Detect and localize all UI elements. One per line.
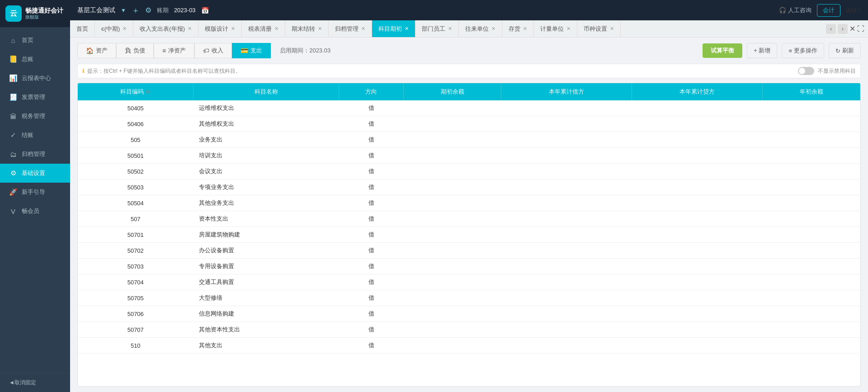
dropdown-arrow-icon[interactable]: ▼ [121, 7, 126, 14]
tab-income[interactable]: 收入支出表(年报) ✕ [133, 20, 198, 38]
sidebar-item-label: 归档管理 [22, 150, 45, 158]
cell-name: 其他维权支出 [193, 116, 339, 132]
toggle-knob [799, 68, 805, 74]
sidebar-item-guide[interactable]: 🚀 新手引导 [0, 183, 70, 202]
table-row[interactable]: 50701 房屋建筑物购建 借 [78, 227, 860, 243]
refresh-icon: ↻ [835, 47, 840, 54]
net-asset-icon: ≡ [162, 47, 166, 54]
subtab-expense[interactable]: 💳 支出 [232, 43, 271, 58]
table-row[interactable]: 50406 其他维权支出 借 [78, 116, 860, 132]
add-company-icon[interactable]: ＋ [132, 5, 140, 16]
tab-close-icon[interactable]: ✕ [188, 26, 192, 32]
tab-close-icon[interactable]: ✕ [123, 26, 127, 32]
column-settings-icon[interactable]: ⚙ [146, 89, 151, 95]
cell-ytd-debit [501, 259, 632, 274]
calc-balance-button[interactable]: 试算平衡 [703, 43, 742, 58]
cell-code: 510 [78, 338, 193, 354]
add-button[interactable]: + 新增 [747, 43, 777, 58]
table-row[interactable]: 50707 其他资本性支出 借 [78, 322, 860, 338]
tab-inventory[interactable]: 存货 ✕ [502, 20, 534, 38]
sidebar-item-settings[interactable]: ⚙ 基础设置 [0, 164, 70, 183]
subtab-income[interactable]: 🏷 收入 [194, 43, 232, 58]
table-row[interactable]: 50502 会议支出 借 [78, 164, 860, 179]
cell-ytd-credit [632, 322, 763, 338]
sidebar-item-member[interactable]: V 畅会员 [0, 202, 70, 221]
refresh-button[interactable]: ↻ 刷新 [829, 43, 861, 58]
expand-icon[interactable]: ⛶ [857, 25, 864, 33]
tab-tax[interactable]: 税表清册 ✕ [242, 20, 285, 38]
tab-close-icon[interactable]: ✕ [523, 26, 527, 32]
table-row[interactable]: 50703 专用设备购置 借 [78, 259, 860, 274]
tab-subject-init[interactable]: 科目期初 ✕ [372, 20, 415, 38]
cell-year-balance [763, 227, 860, 243]
topbar-settings-icon[interactable]: ⚙ [145, 6, 151, 14]
tab-close-icon[interactable]: ✕ [274, 26, 278, 32]
table-row[interactable]: 510 其他支出 借 [78, 338, 860, 354]
tab-next-button[interactable]: › [838, 24, 848, 34]
tab-close-icon[interactable]: ✕ [610, 26, 614, 32]
subtab-net-asset[interactable]: ≡ 净资产 [154, 43, 194, 58]
service-label: 人工咨询 [788, 6, 811, 14]
cell-direction: 借 [339, 243, 404, 259]
tab-archive[interactable]: 归档管理 ✕ [329, 20, 372, 38]
more-actions-button[interactable]: ≡ 更多操作 [782, 43, 824, 58]
collapse-label: ◄取消固定 [9, 379, 36, 387]
subtabs-actions: 试算平衡 + 新增 ≡ 更多操作 ↻ 刷新 [703, 43, 861, 58]
cell-ytd-credit [632, 211, 763, 227]
table-row[interactable]: 50706 信息网络购建 借 [78, 306, 860, 322]
app-sub: 旗舰版 [25, 14, 63, 20]
table-row[interactable]: 50501 培训支出 借 [78, 148, 860, 164]
calendar-icon[interactable]: 📅 [201, 7, 209, 14]
table-row[interactable]: 50704 交通工具购置 借 [78, 274, 860, 290]
tab-period-close[interactable]: 期末结转 ✕ [285, 20, 329, 38]
table-row[interactable]: 50405 运维维权支出 借 [78, 100, 860, 116]
table-row[interactable]: 50503 专项业务支出 借 [78, 179, 860, 195]
cell-year-balance [763, 322, 860, 338]
table-row[interactable]: 50702 办公设备购置 借 [78, 243, 860, 259]
table-row[interactable]: 50504 其他业务支出 借 [78, 195, 860, 211]
cell-direction: 借 [339, 100, 404, 116]
table-row[interactable]: 505 业务支出 借 [78, 132, 860, 148]
sidebar-item-label: 云报表中心 [22, 74, 51, 82]
tab-close-icon[interactable]: ✕ [361, 26, 365, 32]
tab-dept[interactable]: 部门员工 ✕ [415, 20, 459, 38]
period-label: 账期 [157, 6, 169, 14]
table-row[interactable]: 50705 大型修缮 借 [78, 290, 860, 306]
sidebar-collapse[interactable]: ◄取消固定 [0, 373, 70, 392]
tab-close-icon[interactable]: ✕ [405, 26, 409, 32]
subtab-asset[interactable]: 🏠 资产 [77, 43, 116, 58]
cell-code: 50703 [78, 259, 193, 274]
tab-home[interactable]: 首页 [70, 20, 95, 38]
cell-ytd-credit [632, 116, 763, 132]
tab-template[interactable]: 模版设计 ✕ [198, 20, 242, 38]
tab-close-icon[interactable]: ✕ [448, 26, 452, 32]
tab-label: 期末结转 [292, 25, 315, 33]
service-button[interactable]: 🎧 人工咨询 [779, 6, 811, 14]
table-row[interactable]: 507 资本性支出 借 [78, 211, 860, 227]
tab-close-icon[interactable]: ✕ [566, 26, 571, 32]
sidebar-item-ledger[interactable]: 📒 总账 [0, 50, 70, 69]
tab-close-icon[interactable]: ✕ [318, 26, 322, 32]
cell-code: 505 [78, 132, 193, 148]
tab-close-icon[interactable]: ✕ [231, 26, 235, 32]
tab-unit[interactable]: 计量单位 ✕ [534, 20, 577, 38]
tab-contacts[interactable]: 往来单位 ✕ [459, 20, 502, 38]
sidebar-item-archive[interactable]: 🗂 归档管理 [0, 145, 70, 164]
tab-label: 计量单位 [540, 25, 564, 33]
sidebar-item-invoice[interactable]: 🧾 发票管理 [0, 88, 70, 107]
subtab-liability[interactable]: 負 负债 [116, 43, 154, 58]
tab-mid[interactable]: є(中期) ✕ [95, 20, 133, 38]
disable-toggle[interactable] [798, 67, 814, 75]
refresh-label: 刷新 [842, 47, 854, 55]
cell-ytd-debit [501, 132, 632, 148]
tabbar-navigation: ‹ › ✕ ⛶ [822, 24, 868, 34]
account-button[interactable]: 会计 [817, 4, 840, 17]
sidebar-item-reports[interactable]: 📊 云报表中心 [0, 69, 70, 88]
sidebar-item-close[interactable]: ✓ 结账 [0, 126, 70, 145]
tab-prev-button[interactable]: ‹ [826, 24, 836, 34]
tab-currency[interactable]: 币种设置 ✕ [577, 20, 621, 38]
tab-close-icon[interactable]: ✕ [491, 26, 495, 32]
sidebar-item-home[interactable]: ⌂ 首页 [0, 31, 70, 50]
sidebar-item-tax[interactable]: 🏛 税务管理 [0, 107, 70, 126]
close-all-tabs-icon[interactable]: ✕ [849, 24, 855, 33]
